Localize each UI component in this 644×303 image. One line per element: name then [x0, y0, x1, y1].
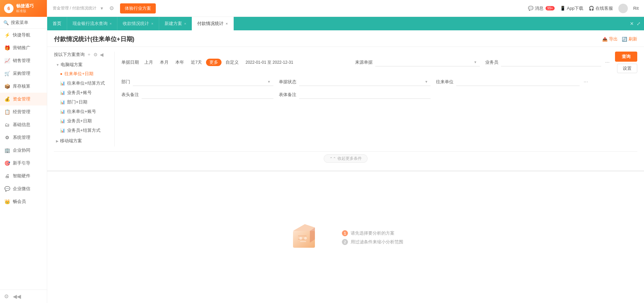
basic-info-icon: 🗂 [4, 122, 10, 128]
more-btn[interactable]: 更多 [206, 59, 222, 66]
sidebar-item-hardware[interactable]: 🖨 智能硬件 [0, 170, 47, 182]
capital-icon: 💰 [4, 96, 10, 102]
scheme-settings-icon[interactable]: ⚙ [93, 52, 98, 57]
export-btn[interactable]: 📤 导出 [602, 36, 618, 42]
service-icon: 🎧 [589, 6, 594, 11]
dept-select[interactable]: ▼ [133, 78, 273, 86]
salesman-dots[interactable]: ··· [605, 59, 610, 65]
app-download-btn[interactable]: 📱 App下载 [560, 5, 583, 11]
scheme-item-partner-account[interactable]: 📊 往来单位+账号 [57, 107, 111, 116]
online-service-btn[interactable]: 🎧 在线客服 [589, 5, 613, 11]
sidebar-item-purchase[interactable]: 🛒 采购管理 [0, 67, 47, 80]
doc-status-select[interactable]: ▼ [299, 78, 431, 86]
collapse-sidebar-icon[interactable]: ◀◀ [13, 293, 21, 300]
sidebar-item-operations[interactable]: 📋 经营管理 [0, 105, 47, 118]
scheme-item-salesman-settle[interactable]: 📊 业务员+结算方式 [57, 126, 111, 135]
scheme-item-salesman-account[interactable]: 📊 业务员+账号 [57, 88, 111, 97]
tab-new-scheme-close[interactable]: × [184, 22, 186, 26]
purchase-icon: 🛒 [4, 70, 10, 77]
sidebar-bottom: ⚙ ◀◀ [0, 290, 47, 303]
this-month-btn[interactable]: 本月 [157, 59, 171, 66]
partner-input[interactable] [456, 78, 579, 86]
user-avatar[interactable] [618, 4, 628, 13]
export-icon: 📤 [602, 37, 608, 42]
this-year-btn[interactable]: 本年 [173, 59, 187, 66]
filter-settings-btn[interactable]: 设置 [617, 64, 637, 73]
svg-point-5 [299, 237, 302, 240]
system-icon: ⚙ [4, 134, 10, 141]
close-all-tabs-icon[interactable]: ✕ [630, 21, 634, 26]
sidebar-item-guide[interactable]: 🎯 新手引导 [0, 157, 47, 170]
sales-icon: 📈 [4, 58, 10, 64]
logo-icon: 6 [4, 4, 13, 13]
sidebar-item-marketing[interactable]: 🎁 营销推广 [0, 41, 47, 54]
empty-texts: 1 请先选择要分析的方案 2 用过滤条件来缩小分析范围 [342, 230, 403, 245]
scheme-item-dept-date[interactable]: 📊 部门+日期 [57, 97, 111, 107]
sidebar-item-system[interactable]: ⚙ 系统管理 [0, 131, 47, 144]
sidebar-item-enterprise[interactable]: 🏢 企业协同 [0, 144, 47, 157]
add-scheme-icon[interactable]: ＋ [87, 52, 91, 58]
scheme-chart-icon-6: 📊 [60, 128, 65, 133]
source-select[interactable]: ▼ [375, 58, 479, 66]
trial-btn[interactable]: 体验行业方案 [120, 3, 156, 13]
custom-btn[interactable]: 自定义 [223, 59, 241, 66]
sidebar-header: 6 畅捷通巧 标准版 [0, 0, 47, 17]
search-menu[interactable]: 🔍 搜索菜单 [0, 17, 47, 29]
tab-payment-stats[interactable]: 付款情况统计 × [192, 17, 233, 30]
sidebar-item-quick-nav[interactable]: ⚡ 快捷导航 [0, 29, 47, 41]
date-buttons: 上月 本月 本年 近7天 更多 自定义 [142, 59, 241, 66]
body-note-input[interactable] [299, 91, 431, 99]
refresh-icon: 🔄 [622, 37, 627, 42]
logo-text: 畅捷通巧 标准版 [16, 3, 34, 13]
sidebar-item-wechat[interactable]: 💬 企业微信 [0, 182, 47, 195]
sidebar-item-basic-info[interactable]: 🗂 基础信息 [0, 118, 47, 131]
sidebar-item-inventory[interactable]: 📦 库存核算 [0, 80, 47, 93]
tab-new-scheme-label: 新建方案 [165, 21, 182, 27]
scheme-collapse-icon[interactable]: ◀ [100, 52, 104, 57]
page-content: 付款情况统计(往来单位+日期) 📤 导出 🔄 刷新 按以下方案查询 [47, 30, 644, 303]
sidebar-item-capital[interactable]: 💰 资金管理 [0, 93, 47, 105]
scheme-item-partner-settle[interactable]: 📊 往来单位+结算方式 [57, 79, 111, 88]
tab-payment-stats-close[interactable]: × [226, 22, 228, 26]
settings-bottom-icon[interactable]: ⚙ [4, 293, 9, 300]
message-btn[interactable]: 💬 消息 99+ [528, 5, 555, 11]
scheme-active-icon: ● [60, 71, 62, 76]
sidebar-item-member[interactable]: 👑 畅会员 [0, 195, 47, 208]
partner-dots[interactable]: ··· [584, 79, 588, 85]
last-7-btn[interactable]: 近7天 [188, 59, 205, 66]
operations-icon: 📋 [4, 109, 10, 115]
desktop-arrow-icon: ▼ [56, 63, 59, 67]
collapse-bar[interactable]: ⌃⌃ 收起更多条件 [54, 151, 637, 165]
source-label: 来源单据 [355, 59, 373, 65]
tab-receipt-stats-close[interactable]: × [151, 22, 153, 26]
user-name: Rit [633, 6, 639, 11]
scheme-item-partner-date[interactable]: ● 往来单位+日期 [57, 69, 111, 79]
filter-group-dept: 部门 ▼ [121, 78, 273, 86]
tab-bank-flow-close[interactable]: × [110, 22, 112, 26]
tabbar: 首页 现金银行流水查询 × 收款情况统计 × 新建方案 × 付款情况统计 × ✕… [47, 17, 644, 30]
filter-group-salesman: 业务员 ··· [485, 58, 610, 66]
topbar-settings-icon[interactable]: ⚙ [109, 5, 114, 11]
collapse-btn[interactable]: ⌃⌃ 收起更多条件 [324, 154, 368, 163]
scheme-group-mobile-label[interactable]: ▶ 移动端方案 [54, 137, 111, 145]
scheme-group-desktop-label[interactable]: ▼ 电脑端方案 [54, 60, 111, 69]
tab-home[interactable]: 首页 [47, 17, 67, 30]
salesman-input[interactable] [501, 58, 601, 66]
empty-hint-1: 1 请先选择要分析的方案 [342, 230, 394, 236]
header-note-label: 表头备注 [121, 92, 139, 98]
sidebar-item-sales[interactable]: 📈 销售管理 [0, 54, 47, 67]
salesman-label: 业务员 [485, 59, 498, 65]
query-btn[interactable]: 查询 [615, 52, 637, 62]
last-month-btn[interactable]: 上月 [142, 59, 156, 66]
tab-payment-stats-label: 付款情况统计 [197, 21, 224, 27]
maximize-icon[interactable]: ⤢ [637, 21, 641, 26]
scheme-item-salesman-date[interactable]: 📊 业务员+日期 [57, 116, 111, 126]
filter-row-2: 部门 ▼ 单据状态 ▼ [121, 78, 637, 86]
inventory-icon: 📦 [4, 83, 10, 89]
header-note-input[interactable] [142, 91, 273, 99]
tab-new-scheme[interactable]: 新建方案 × [159, 17, 192, 30]
tab-receipt-stats[interactable]: 收款情况统计 × [117, 17, 159, 30]
tab-bank-flow[interactable]: 现金银行流水查询 × [67, 17, 117, 30]
refresh-btn[interactable]: 🔄 刷新 [622, 36, 637, 42]
breadcrumb-dropdown[interactable]: ▼ [100, 6, 104, 11]
